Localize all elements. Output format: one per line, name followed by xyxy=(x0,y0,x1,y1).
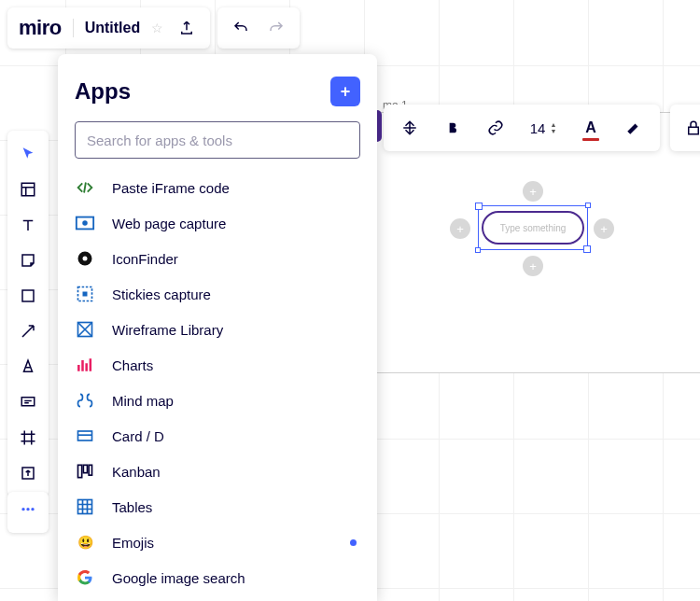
notification-dot xyxy=(350,539,357,546)
divider xyxy=(73,19,74,37)
shape-tool[interactable] xyxy=(9,278,47,314)
more-tools-button[interactable] xyxy=(7,492,49,533)
pen-tool[interactable] xyxy=(9,349,47,384)
tables-icon xyxy=(75,496,95,517)
app-paste-iframe[interactable]: Paste iFrame code xyxy=(75,170,360,205)
link-button[interactable] xyxy=(475,109,516,147)
redo-icon xyxy=(268,20,285,36)
app-wireframe-library[interactable]: Wireframe Library xyxy=(75,312,360,347)
lock-button[interactable] xyxy=(670,105,700,151)
svg-rect-15 xyxy=(78,465,82,477)
app-card[interactable]: Card / D xyxy=(75,418,360,454)
layout-icon xyxy=(20,181,36,198)
more-dots-icon xyxy=(19,503,37,522)
svg-rect-16 xyxy=(83,465,87,472)
app-mindmap[interactable]: Mind map xyxy=(75,383,360,418)
marker-icon xyxy=(625,119,642,136)
link-icon xyxy=(487,119,504,136)
upload-tool[interactable] xyxy=(9,455,47,491)
star-icon[interactable]: ☆ xyxy=(151,21,163,35)
text-color-button[interactable]: A xyxy=(570,109,611,147)
font-size-control[interactable]: 14▲▼ xyxy=(518,109,568,147)
svg-point-4 xyxy=(21,508,24,510)
export-icon xyxy=(178,20,195,36)
resize-handle[interactable] xyxy=(585,203,591,208)
lock-icon xyxy=(685,119,700,136)
apps-list: Paste iFrame code Web page capture IconF… xyxy=(75,170,360,595)
svg-point-6 xyxy=(31,508,34,510)
cursor-icon xyxy=(21,147,35,161)
topbar-main-group: miro Untitled ☆ xyxy=(7,7,210,49)
export-button[interactable] xyxy=(175,16,199,40)
sticky-tool[interactable] xyxy=(9,243,47,278)
text-color-swatch xyxy=(582,138,599,141)
card-icon xyxy=(75,426,95,446)
sticky-icon xyxy=(20,252,36,269)
arrow-tool[interactable] xyxy=(9,314,47,349)
svg-point-5 xyxy=(26,508,29,510)
svg-rect-12 xyxy=(83,292,88,297)
resize-handle[interactable] xyxy=(475,247,481,253)
board-title[interactable]: Untitled xyxy=(85,20,141,36)
left-toolbar xyxy=(7,131,49,496)
app-tables[interactable]: Tables xyxy=(75,489,360,524)
shape-placeholder[interactable]: Type something xyxy=(500,223,567,233)
align-center-icon xyxy=(401,119,418,136)
stickies-icon xyxy=(75,284,95,304)
svg-rect-19 xyxy=(689,127,699,134)
undo-icon xyxy=(232,20,249,36)
template-tool[interactable] xyxy=(9,172,47,207)
app-iconfinder[interactable]: IconFinder xyxy=(75,241,360,276)
frame-icon xyxy=(20,429,36,446)
svg-rect-18 xyxy=(78,500,92,514)
app-webpage-capture[interactable]: Web page capture xyxy=(75,205,360,241)
add-handle-top[interactable]: + xyxy=(523,181,543,202)
add-handle-left[interactable]: + xyxy=(450,218,470,239)
topbar: miro Untitled ☆ xyxy=(7,7,300,49)
comment-tool[interactable] xyxy=(9,384,47,420)
arrow-icon xyxy=(20,323,36,340)
apps-search-input[interactable] xyxy=(75,121,360,159)
topbar-history-group xyxy=(217,7,300,49)
bold-button[interactable] xyxy=(432,109,473,147)
upload-icon xyxy=(20,465,36,482)
svg-rect-1 xyxy=(22,290,34,301)
app-emojis[interactable]: 😃Emojis xyxy=(75,524,360,560)
add-handle-right[interactable]: + xyxy=(594,218,614,239)
comment-icon xyxy=(20,394,36,411)
apps-header: Apps + xyxy=(75,77,360,106)
kanban-icon xyxy=(75,461,95,482)
undo-button[interactable] xyxy=(229,16,253,40)
square-icon xyxy=(20,287,36,304)
iconfinder-icon xyxy=(75,248,95,269)
mindmap-icon xyxy=(75,390,95,411)
wireframe-icon xyxy=(75,319,95,340)
text-color-letter: A xyxy=(585,119,596,136)
camera-icon xyxy=(75,213,95,233)
text-tool[interactable] xyxy=(9,207,47,243)
stepper-icon: ▲▼ xyxy=(550,121,556,134)
charts-icon xyxy=(75,355,95,375)
svg-rect-17 xyxy=(89,465,91,475)
emoji-icon: 😃 xyxy=(75,532,95,552)
google-icon xyxy=(75,567,95,588)
app-google-image-search[interactable]: Google image search xyxy=(75,560,360,595)
redo-button[interactable] xyxy=(264,16,288,40)
miro-logo[interactable]: miro xyxy=(19,16,62,40)
bold-icon xyxy=(445,120,460,135)
app-charts[interactable]: Charts xyxy=(75,347,360,383)
app-kanban[interactable]: Kanban xyxy=(75,454,360,489)
highlight-button[interactable] xyxy=(613,109,654,147)
select-tool[interactable] xyxy=(9,136,47,172)
add-app-button[interactable]: + xyxy=(330,77,360,106)
pen-icon xyxy=(20,358,36,375)
svg-point-10 xyxy=(83,257,88,261)
rounded-shape[interactable]: Type something xyxy=(482,211,584,245)
add-handle-bottom[interactable]: + xyxy=(523,256,543,276)
align-button[interactable] xyxy=(389,109,430,147)
svg-rect-0 xyxy=(21,183,35,196)
apps-title: Apps xyxy=(75,78,131,105)
frame-tool[interactable] xyxy=(9,420,47,455)
app-stickies-capture[interactable]: Stickies capture xyxy=(75,276,360,312)
text-icon xyxy=(20,217,36,233)
